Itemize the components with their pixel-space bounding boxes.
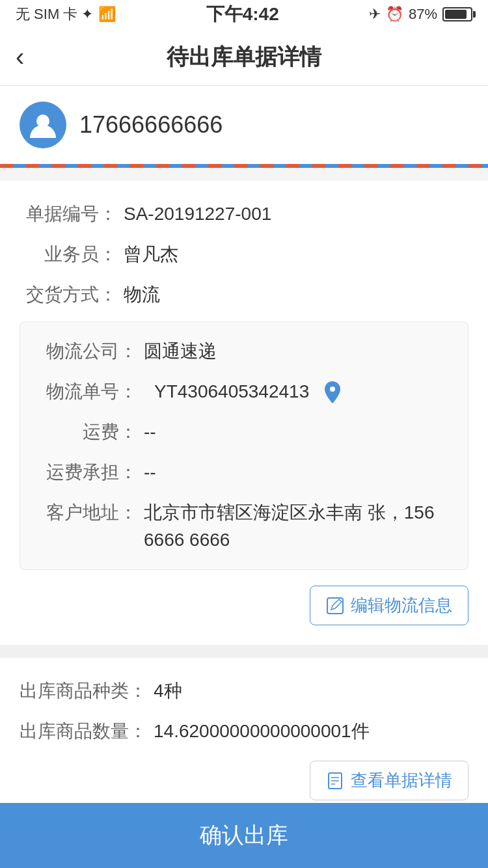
label-number: 单据编号：	[20, 200, 124, 228]
label-tracking: 物流单号：	[40, 378, 144, 405]
edit-logistics-label: 编辑物流信息	[351, 594, 452, 617]
confirm-outbound-label: 确认出库	[200, 821, 288, 850]
sim-status: 无 SIM 卡 ✦	[16, 5, 93, 24]
view-details-label: 查看单据详情	[351, 769, 452, 792]
status-right: ✈ ⏰ 87%	[369, 6, 472, 23]
info-row-types: 出库商品种类： 4种	[20, 677, 468, 705]
basic-info-section: 单据编号： SA-20191227-001 业务员： 曾凡杰 交货方式： 物流 …	[0, 181, 488, 645]
wifi-icon: 📶	[98, 6, 116, 23]
info-row-address: 客户地址： 北京市市辖区海淀区永丰南 张，156 6666 6666	[40, 499, 448, 554]
status-time: 下午4:42	[206, 2, 279, 27]
dashed-divider	[0, 164, 488, 168]
status-left: 无 SIM 卡 ✦ 📶	[16, 5, 116, 24]
back-button[interactable]: ‹	[16, 42, 24, 72]
alarm-icon: ⏰	[386, 6, 403, 23]
battery-icon	[442, 7, 472, 21]
edit-logistics-button[interactable]: 编辑物流信息	[310, 586, 468, 625]
location-status-icon: ✈	[369, 6, 381, 23]
value-company: 圆通速递	[144, 338, 448, 365]
value-types: 4种	[154, 677, 468, 705]
info-row-number: 单据编号： SA-20191227-001	[20, 200, 468, 228]
user-header: 17666666666	[0, 86, 488, 164]
view-details-button[interactable]: 查看单据详情	[310, 761, 468, 800]
battery-fill	[445, 10, 467, 19]
label-company: 物流公司：	[40, 338, 144, 365]
label-types: 出库商品种类：	[20, 677, 154, 705]
value-delivery: 物流	[124, 281, 468, 308]
view-details-btn-area: 查看单据详情	[20, 761, 468, 800]
info-row-freight: 运费： --	[40, 418, 448, 446]
label-agent: 业务员：	[20, 241, 124, 268]
label-delivery: 交货方式：	[20, 281, 124, 308]
info-row-company: 物流公司： 圆通速递	[40, 338, 448, 365]
avatar	[20, 102, 66, 148]
value-number: SA-20191227-001	[124, 200, 468, 228]
edit-logistics-btn-area: 编辑物流信息	[20, 586, 468, 625]
document-icon	[326, 772, 344, 790]
gray-separator	[0, 645, 488, 658]
value-freight-bear: --	[144, 459, 448, 486]
stats-section: 出库商品种类： 4种 出库商品数量： 14.62000000000000001件…	[0, 658, 488, 820]
value-freight: --	[144, 418, 448, 446]
label-freight-bear: 运费承担：	[40, 459, 144, 486]
info-row-freight-bear: 运费承担： --	[40, 459, 448, 486]
location-pin-icon[interactable]	[319, 379, 346, 405]
nav-bar: ‹ 待出库单据详情	[0, 29, 488, 86]
value-tracking: YT4306405342413	[154, 378, 309, 405]
value-qty: 14.62000000000000001件	[154, 718, 468, 745]
info-row-agent: 业务员： 曾凡杰	[20, 241, 468, 268]
svg-point-1	[330, 387, 335, 392]
value-agent: 曾凡杰	[124, 241, 468, 268]
info-row-delivery: 交货方式： 物流	[20, 281, 468, 308]
battery-percent: 87%	[409, 6, 437, 23]
avatar-icon	[27, 109, 59, 141]
info-row-tracking: 物流单号： YT4306405342413	[40, 378, 448, 405]
logistics-card: 物流公司： 圆通速递 物流单号： YT4306405342413 运费： -- …	[20, 321, 468, 570]
info-row-qty: 出库商品数量： 14.62000000000000001件	[20, 718, 468, 745]
label-address: 客户地址：	[40, 499, 144, 526]
label-freight: 运费：	[40, 418, 144, 446]
status-bar: 无 SIM 卡 ✦ 📶 下午4:42 ✈ ⏰ 87%	[0, 0, 488, 29]
confirm-outbound-bar[interactable]: 确认出库	[0, 803, 488, 868]
value-address: 北京市市辖区海淀区永丰南 张，156 6666 6666	[144, 499, 448, 554]
user-phone: 17666666666	[79, 111, 223, 139]
edit-icon	[326, 597, 344, 615]
label-qty: 出库商品数量：	[20, 718, 154, 745]
page-title: 待出库单据详情	[167, 42, 321, 72]
